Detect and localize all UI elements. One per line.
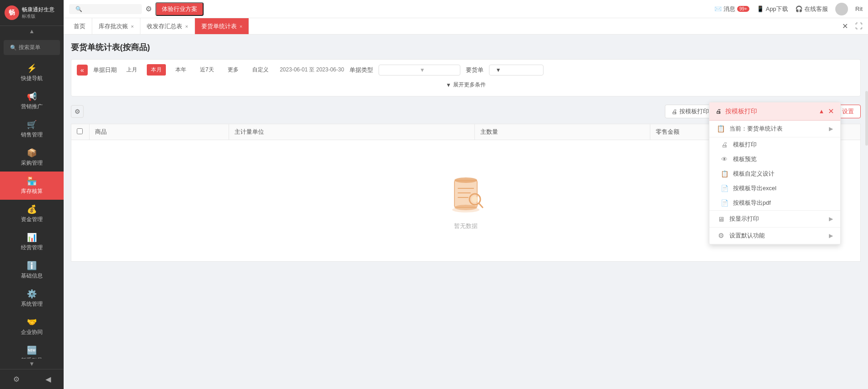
print-current-item[interactable]: 📋 当前：要货单统计表 ▶: [709, 121, 840, 137]
system-icon: ⚙️: [27, 289, 37, 299]
topbar-search[interactable]: 🔍: [69, 4, 142, 14]
settings-icon: ⚙: [13, 375, 20, 383]
type-select-arrow: ▼: [419, 67, 455, 73]
tab-collection-summary-close[interactable]: ×: [185, 24, 188, 29]
sidebar-item-label: 经营管理: [21, 244, 43, 252]
sidebar-item-purchase[interactable]: 📦 采购管理: [0, 143, 64, 172]
svg-point-9: [472, 196, 478, 202]
tab-home-label: 首页: [74, 22, 85, 30]
topbar-search-icon: 🔍: [75, 6, 82, 12]
topbar-gear-btn[interactable]: ⚙: [145, 5, 152, 13]
sidebar-scroll-up[interactable]: ▲: [0, 26, 64, 36]
sidebar-item-sales[interactable]: 🛒 销售管理: [0, 115, 64, 143]
tag-select-arrow: ▼: [495, 67, 501, 73]
col-goods: 商品: [90, 124, 229, 140]
print-current-icon: 📋: [717, 125, 725, 133]
tabbar-right: ✕ ⛶: [840, 20, 864, 32]
svg-point-3: [454, 177, 477, 183]
sidebar-scroll-down[interactable]: ▼: [0, 359, 64, 369]
basic-icon: ℹ️: [27, 261, 37, 271]
type-select-value: [384, 67, 419, 73]
print-dropdown-close-icon[interactable]: ✕: [828, 107, 834, 116]
customer-service-btn[interactable]: 🎧 在线客服: [795, 5, 828, 13]
date-range-display: 2023-06-01 至 2023-06-30: [280, 66, 344, 74]
order-type-filter-label: 要货单: [466, 66, 484, 74]
sidebar-item-basic[interactable]: ℹ️ 基础信息: [0, 256, 64, 284]
tab-order-stats[interactable]: 要货单统计表 ×: [195, 18, 249, 34]
tab-collection-summary-label: 收发存汇总表: [147, 22, 182, 30]
expand-icon: ⛶: [855, 22, 863, 30]
sidebar-collapse-btn[interactable]: ◀: [42, 373, 55, 385]
expand-more-icon: ▼: [446, 82, 451, 88]
template-preview-label: 模板预览: [733, 155, 757, 163]
select-all-checkbox[interactable]: [77, 128, 83, 134]
display-print-section: 🖥 按显示打印 ▶: [709, 211, 840, 227]
display-print-item[interactable]: 🖥 按显示打印 ▶: [709, 211, 840, 227]
search-icon: 🔍: [10, 45, 17, 51]
template-preview-icon: 👁: [720, 156, 728, 163]
template-print-item[interactable]: 🖨 模板打印: [709, 137, 840, 152]
tab-expand-btn[interactable]: ⛶: [853, 20, 864, 32]
template-design-item[interactable]: 📋 模板自定义设计: [709, 167, 840, 181]
sidebar-item-guide[interactable]: 🆕 新手引导: [0, 341, 64, 359]
sales-icon: 🛒: [27, 120, 37, 130]
col-unit: 主计量单位: [229, 124, 475, 140]
expand-more-btn[interactable]: ▼ 展开更多条件: [77, 78, 855, 91]
tab-batch-account[interactable]: 库存批次账 ×: [92, 18, 140, 34]
purchase-icon: 📦: [27, 148, 37, 158]
marketing-icon: 📢: [27, 91, 37, 101]
sidebar-item-operation[interactable]: 📊 经营管理: [0, 228, 64, 256]
tabbar: 首页 库存批次账 × 收发存汇总表 × 要货单统计表 × ✕ ⛶: [64, 18, 868, 35]
promo-btn[interactable]: 体验行业方案: [155, 2, 204, 16]
default-func-section: ⚙ 设置默认功能 ▶: [709, 227, 840, 244]
date-more-btn[interactable]: 更多: [224, 64, 243, 76]
date-prev-month-btn[interactable]: 上月: [122, 64, 141, 76]
tab-collection-summary[interactable]: 收发存汇总表 ×: [140, 18, 195, 34]
print-header-icon: 🖨: [716, 108, 722, 115]
template-export-excel-label: 按模板导出excel: [733, 184, 776, 192]
type-select[interactable]: ▼: [379, 65, 460, 76]
page-title: 要货单统计表(按商品): [71, 42, 861, 53]
app-download-btn[interactable]: 📱 App下载: [757, 5, 788, 13]
date-last7days-btn[interactable]: 近7天: [196, 64, 218, 76]
topbar: 🔍 ⚙ 体验行业方案 ✉️ 消息 99+ 📱 App下载 🎧 在线客服 Rit: [64, 0, 868, 18]
resize-bar[interactable]: [865, 91, 868, 146]
operation-icon: 📊: [27, 232, 37, 242]
tab-close-all-btn[interactable]: ✕: [840, 20, 850, 32]
tab-order-stats-close[interactable]: ×: [239, 24, 242, 29]
template-export-pdf-item[interactable]: 📄 按模板导出pdf: [709, 196, 840, 210]
template-preview-item[interactable]: 👁 模板预览: [709, 152, 840, 167]
date-this-month-btn[interactable]: 本月: [147, 64, 166, 76]
template-design-label: 模板自定义设计: [733, 170, 774, 178]
sidebar-item-system[interactable]: ⚙️ 系统管理: [0, 284, 64, 313]
message-btn[interactable]: ✉️ 消息 99+: [714, 5, 749, 13]
print-current-label: 当前：要货单统计表: [729, 125, 824, 133]
sidebar-item-collab[interactable]: 🤝 企业协同: [0, 313, 64, 341]
filter-collapse-btn[interactable]: «: [77, 65, 88, 76]
sidebar-bottom: ⚙ ◀: [0, 369, 64, 389]
gear-icon: ⚙: [75, 108, 80, 115]
tab-home[interactable]: 首页: [67, 18, 92, 34]
default-func-item[interactable]: ⚙ 设置默认功能 ▶: [709, 227, 840, 244]
print-dropdown-up-icon[interactable]: ▲: [818, 108, 824, 115]
sidebar-item-finance[interactable]: 💰 资金管理: [0, 200, 64, 228]
sidebar-item-quick-nav[interactable]: ⚡ 快捷导航: [0, 59, 64, 87]
template-export-excel-item[interactable]: 📄 按模板导出excel: [709, 181, 840, 196]
sidebar-settings-btn[interactable]: ⚙: [10, 373, 23, 385]
date-this-year-btn[interactable]: 本年: [171, 64, 190, 76]
tag-select[interactable]: ▼: [489, 65, 544, 76]
logo-text: 畅康通好生意 标准版: [22, 6, 55, 20]
template-export-pdf-icon: 📄: [720, 199, 728, 207]
guide-icon: 🆕: [27, 345, 37, 355]
date-custom-btn[interactable]: 自定义: [248, 64, 273, 76]
inventory-icon: 🏪: [27, 176, 37, 186]
sidebar-search[interactable]: 🔍 搜索菜单: [4, 40, 60, 55]
tab-batch-account-close[interactable]: ×: [131, 24, 134, 29]
collapse-icon: ◀: [45, 375, 51, 383]
sidebar-item-marketing[interactable]: 📢 营销推广: [0, 87, 64, 115]
print-dropdown: 🖨 按模板打印 ▲ ✕ 📋 当前：要货单统计表 ▶ 🖨 模板打印 👁: [709, 102, 841, 245]
printer-icon: 🖨: [672, 108, 678, 115]
table-settings-gear[interactable]: ⚙: [71, 105, 84, 118]
template-export-pdf-label: 按模板导出pdf: [733, 199, 771, 207]
sidebar-item-inventory[interactable]: 🏪 库存核算: [0, 172, 64, 200]
